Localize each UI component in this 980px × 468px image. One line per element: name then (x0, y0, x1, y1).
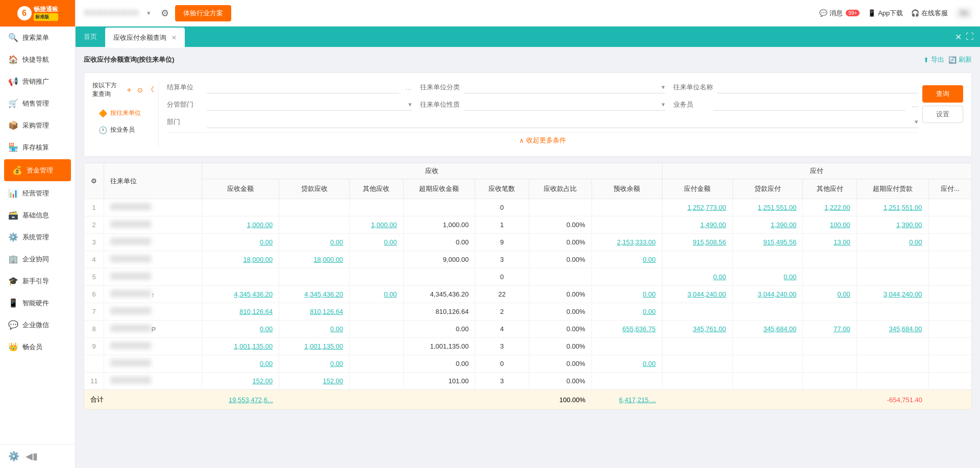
sidebar-item-wechat[interactable]: 💬 企业微信 (0, 314, 75, 336)
sidebar-item-search[interactable]: 🔍 搜索菜单 (0, 27, 75, 48)
cell-ap-loan[interactable]: 1,251,551.00 (732, 199, 803, 216)
cell-ap-loan[interactable]: 0.00 (732, 268, 803, 286)
cell-ar-amount[interactable]: 18,000.00 (202, 251, 279, 268)
cell-ar-other[interactable]: 1,000.00 (350, 216, 403, 234)
tab-close-window-icon[interactable]: ✕ (955, 32, 962, 42)
cell-ar-amount[interactable]: 1,001,135.00 (202, 338, 279, 355)
bottom-settings-icon[interactable]: ⚙️ (8, 451, 19, 462)
cell-ap-loan[interactable]: 3,044,240.00 (732, 286, 803, 303)
filter-input-jsdw[interactable] (207, 81, 399, 93)
filter-dots-ywy[interactable]: … (912, 101, 918, 109)
cell-ap-amount[interactable]: 3,044,240.00 (662, 286, 732, 303)
settings-button[interactable]: 设置 (922, 106, 963, 123)
filter-select-lwdwfl[interactable]: ▾ (464, 81, 665, 93)
tab-home[interactable]: 首页 (76, 27, 105, 47)
cell-ar-prepaid[interactable]: 655,636.75 (592, 321, 662, 338)
cell-ar-prepaid[interactable]: 2,153,333.00 (592, 234, 662, 251)
sidebar-item-corp[interactable]: 🏢 企业协同 (0, 248, 75, 270)
filter-input-ywy[interactable] (713, 98, 905, 111)
cell-ap-amount[interactable]: 915,508.56 (662, 234, 732, 251)
cell-ar-amount[interactable]: 810,126.64 (202, 303, 279, 321)
cell-ar-amount[interactable]: 0.00 (202, 234, 279, 251)
topbar-app[interactable]: 📱 App下载 (868, 9, 903, 18)
filter-input-lwdwmc[interactable] (717, 81, 918, 93)
cell-unit (104, 338, 202, 355)
cell-ar-loan[interactable]: 18,000.00 (279, 251, 350, 268)
sidebar-item-inventory[interactable]: 🏪 库存核算 (0, 136, 75, 158)
sidebar-item-basic[interactable]: 🗃️ 基础信息 (0, 204, 75, 226)
cell-ap-amount[interactable]: 1,252,773.00 (662, 199, 732, 216)
table-settings-icon[interactable]: ⚙ (91, 177, 97, 185)
sidebar-item-hardware[interactable]: 📱 智能硬件 (0, 292, 75, 314)
sidebar-item-member[interactable]: 👑 畅会员 (0, 336, 75, 358)
sidebar-item-newbie[interactable]: 🎓 新手引导 (0, 270, 75, 292)
query-button[interactable]: 查询 (922, 85, 963, 103)
topbar-msg[interactable]: 💬 消息 99+ (819, 9, 860, 18)
cell-ap-overdue[interactable]: 0.00 (856, 234, 928, 251)
cell-ar-amount[interactable]: 1,000.00 (202, 216, 279, 234)
sidebar-item-system[interactable]: ⚙️ 系统管理 (0, 226, 75, 248)
cell-ap-other[interactable]: 100.00 (803, 216, 856, 234)
cell-ap-amount[interactable]: 1,490.00 (662, 216, 732, 234)
cell-ap-overdue[interactable]: 345,684.00 (856, 321, 928, 338)
cell-ar-amount[interactable]: 0.00 (202, 321, 279, 338)
cell-ap-other[interactable]: 13.00 (803, 234, 856, 251)
collapse-filter-btn[interactable]: ∧ 收起更多条件 (167, 132, 918, 148)
filter-dots-jsdw[interactable]: … (405, 84, 412, 91)
filter-panel-item-staff[interactable]: 🕐 按业务员 (92, 121, 154, 138)
cell-ap-overdue[interactable]: 1,251,551.00 (856, 199, 928, 216)
cell-ar-prepaid[interactable]: 0.00 (592, 303, 662, 321)
sidebar-item-finance[interactable]: 💰 资金管理 (4, 159, 71, 181)
refresh-button[interactable]: 🔄 刷新 (948, 55, 972, 64)
cell-ap-loan[interactable]: 915,495.56 (732, 234, 803, 251)
footer-ar-amount[interactable]: 19,553,472,6... (202, 390, 279, 410)
cell-ar-loan[interactable]: 0.00 (279, 234, 350, 251)
sidebar-item-quicknav[interactable]: 🏠 快捷导航 (0, 48, 75, 70)
filter-select-bm[interactable]: ▾ (207, 116, 918, 128)
tab-maximize-icon[interactable]: ⛶ (966, 32, 974, 41)
filter-item-lwdwfl: 往来单位分类 ▾ (420, 81, 665, 93)
cell-ar-loan[interactable]: 1,001,135.00 (279, 338, 350, 355)
cell-ar-prepaid[interactable]: 0.00 (592, 251, 662, 268)
cell-ar-loan[interactable]: 4,345,436.20 (279, 286, 350, 303)
cell-ap-other[interactable]: 1,222.00 (803, 199, 856, 216)
cell-ar-prepaid[interactable]: 0.00 (592, 355, 662, 373)
cell-ap-other[interactable]: 0.00 (803, 286, 856, 303)
cell-ar-amount[interactable]: 0.00 (202, 355, 279, 373)
cell-ar-loan[interactable]: 0.00 (279, 321, 350, 338)
sidebar-item-ops[interactable]: 📊 经营管理 (0, 182, 75, 204)
cell-ar-loan[interactable]: 810,126.64 (279, 303, 350, 321)
cell-ar-amount[interactable]: 4,345,436.20 (202, 286, 279, 303)
cell-ar-loan[interactable]: 152.00 (279, 373, 350, 390)
promo-button[interactable]: 体验行业方案 (175, 5, 231, 21)
cell-ar-amount[interactable]: 152.00 (202, 373, 279, 390)
add-filter-icon[interactable]: ＋ (125, 85, 133, 95)
tab-close-icon[interactable]: ✕ (172, 34, 177, 41)
th-settings[interactable]: ⚙ (84, 163, 104, 199)
cell-ap-overdue[interactable]: 3,044,240.00 (856, 286, 928, 303)
sidebar-item-purchase[interactable]: 📦 采购管理 (0, 114, 75, 136)
cell-ar-loan[interactable]: 0.00 (279, 355, 350, 373)
cell-ap-amount[interactable]: 345,761.00 (662, 321, 732, 338)
export-button[interactable]: ⬆ 导出 (923, 55, 944, 64)
footer-ar-prepaid[interactable]: 6,417,215.... (592, 390, 662, 410)
cell-ar-other[interactable]: 0.00 (350, 286, 403, 303)
cell-ar-prepaid[interactable]: 0.00 (592, 286, 662, 303)
sidebar-item-marketing[interactable]: 📢 营销推广 (0, 70, 75, 92)
topbar-service[interactable]: 🎧 在线客服 (911, 9, 948, 18)
filter-select-fgbm[interactable]: ▾ (207, 98, 412, 111)
cell-ap-loan[interactable]: 345,684.00 (732, 321, 803, 338)
cell-ap-amount[interactable]: 0.00 (662, 268, 732, 286)
bottom-collapse-icon[interactable]: ◀▮ (26, 451, 38, 462)
filter-select-lwdwxz[interactable]: ▾ (464, 98, 665, 111)
cell-ap-other[interactable]: 77.00 (803, 321, 856, 338)
filter-settings-icon[interactable]: ⊙ (137, 86, 143, 94)
sidebar-item-sales[interactable]: 🛒 销售管理 (0, 92, 75, 114)
filter-panel-item-unit[interactable]: 🔶 按往来单位 (92, 105, 154, 121)
cell-ar-other[interactable]: 0.00 (350, 234, 403, 251)
cell-ap-overdue[interactable]: 1,390.00 (856, 216, 928, 234)
topbar-settings-icon[interactable]: ⚙ (161, 8, 169, 19)
filter-collapse-icon[interactable]: 《 (147, 85, 154, 94)
cell-ap-loan[interactable]: 1,390.00 (732, 216, 803, 234)
tab-query[interactable]: 应收应付余额查询 ✕ (105, 28, 185, 48)
